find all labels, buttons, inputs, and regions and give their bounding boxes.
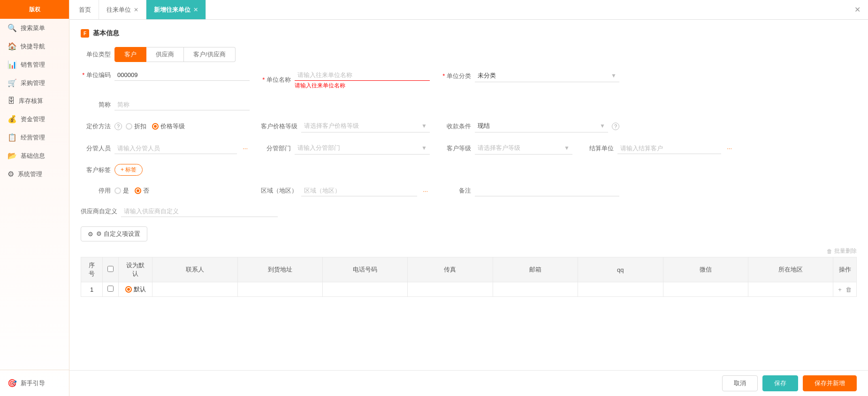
row-select-checkbox[interactable] [107,286,114,292]
row-region[interactable] [748,282,833,297]
remarks-field: 备注 [441,185,619,196]
chevron-down-icon: ▼ [564,145,570,151]
sidebar-item-basic-info[interactable]: 📂 基础信息 [0,147,69,165]
operations-icon: 📋 [8,133,17,142]
finance-icon: 💰 [8,115,17,124]
tab-close-all-button[interactable]: ✕ [849,5,866,14]
pricing-help-icon[interactable]: ? [114,123,122,130]
tab-counterparty[interactable]: 往来单位 ✕ [99,0,146,19]
customer-price-level-select[interactable]: 请选择客户价格等级 ▼ [301,120,430,132]
row-contact[interactable] [152,282,237,297]
sidebar-item-quick-nav[interactable]: 🏠 快捷导航 [0,37,69,55]
unit-type-buttons: 客户 供应商 客户/供应商 [114,47,236,62]
type-btn-supplier[interactable]: 供应商 [146,47,184,62]
tab-counterparty-close[interactable]: ✕ [134,7,138,13]
section-title: 基本信息 [93,29,119,38]
wechat-input[interactable] [668,286,743,293]
select-all-checkbox[interactable] [107,266,114,272]
row-fax[interactable] [408,282,493,297]
contact-input[interactable] [157,286,232,293]
col-phone: 电话号码 [322,257,407,282]
pricing-option-price-level[interactable]: 价格等级 [152,122,185,131]
pricing-row: 定价方法 ? 折扣 价格等级 客户价格等级 请选择客户价格等级 [81,120,857,132]
disabled-no[interactable]: 否 [135,186,149,195]
delete-row-button[interactable]: 🗑 [845,286,852,293]
payment-terms-help-icon[interactable]: ? [612,123,619,130]
row-email[interactable] [493,282,578,297]
sidebar-logo: 版权 [0,0,69,19]
add-row-button[interactable]: + [838,286,842,293]
main-content: 首页 往来单位 ✕ 新增往来单位 ✕ ✕ F 基本信息 单位类型 客户 供应商 … [69,0,868,396]
basic-info-icon: 📂 [8,151,17,160]
row-qq[interactable] [578,282,663,297]
cancel-button[interactable]: 取消 [722,375,758,391]
sidebar-item-label: 搜索菜单 [21,24,45,32]
sidebar-item-search[interactable]: 🔍 搜索菜单 [0,19,69,37]
radio-price-level [152,123,159,130]
pricing-option-discount[interactable]: 折扣 [126,122,146,131]
col-action: 操作 [833,257,857,282]
batch-delete-button[interactable]: 🗑 批量删除 [81,247,857,255]
chevron-down-icon: ▼ [421,123,427,129]
payment-terms-select[interactable]: 现结 ▼ [475,120,608,132]
col-checkbox[interactable] [103,257,119,282]
phone-input[interactable] [327,286,403,293]
form-footer: 取消 保存 保存并新增 [69,370,868,396]
unit-category-select[interactable]: 未分类 ▼ [475,70,619,82]
region-more-button[interactable]: ··· [421,187,430,194]
tab-home[interactable]: 首页 [71,0,99,19]
add-tag-button[interactable]: + 标签 [114,164,143,176]
col-email: 邮箱 [493,257,578,282]
sidebar-item-system[interactable]: ⚙ 系统管理 [0,165,69,183]
short-name-row: 简称 [81,99,857,110]
customer-level-select[interactable]: 请选择客户等级 ▼ [475,142,572,155]
save-and-new-button[interactable]: 保存并新增 [803,375,857,391]
address-input[interactable] [243,286,318,293]
sidebar-item-inventory[interactable]: 🗄 库存核算 [0,92,69,110]
default-radio[interactable] [125,286,132,293]
row-address[interactable] [237,282,322,297]
sidebar-item-label: 采购管理 [21,79,45,87]
type-btn-both[interactable]: 客户/供应商 [184,47,236,62]
unit-name-input[interactable] [295,70,430,81]
row-wechat[interactable] [663,282,748,297]
custom-settings-button[interactable]: ⚙ ⚙ 自定义项设置 [81,226,147,241]
sidebar-item-sales[interactable]: 📊 销售管理 [0,55,69,74]
disabled-yes[interactable]: 是 [114,186,129,195]
short-name-input[interactable] [114,99,250,110]
department-select[interactable]: 请输入分管部门 ▼ [295,142,430,155]
qq-input[interactable] [583,286,658,293]
disabled-radio: 是 否 [114,186,149,195]
tab-new-counterparty-close[interactable]: ✕ [193,7,198,13]
row-default[interactable]: 默认 [119,282,152,297]
payment-terms-label: 收款条件 [441,122,471,131]
save-button[interactable]: 保存 [762,375,798,391]
region-input[interactable] [301,185,417,196]
unit-code-input[interactable] [114,70,250,81]
section-icon: F [81,29,89,38]
row-phone[interactable] [322,282,407,297]
tab-new-counterparty[interactable]: 新增往来单位 ✕ [146,0,206,19]
fax-input[interactable] [412,286,487,293]
row-region-input[interactable] [753,286,828,293]
pricing-method-radio: 折扣 价格等级 [126,122,185,131]
settlement-unit-input[interactable] [617,143,721,154]
department-field: 分管部门 请输入分管部门 ▼ [261,142,430,155]
sidebar-item-finance[interactable]: 💰 资金管理 [0,110,69,128]
type-btn-customer[interactable]: 客户 [114,47,146,62]
inventory-icon: 🗄 [8,97,15,105]
manager-input[interactable] [114,143,237,154]
settlement-unit-more-button[interactable]: ··· [725,145,734,152]
supplier-custom-input[interactable] [121,206,278,217]
email-input[interactable] [498,286,573,293]
sidebar-item-operations[interactable]: 📋 经营管理 [0,128,69,147]
disabled-region-row: 停用 是 否 区域（地区） ··· [81,185,857,196]
pricing-method-field: 定价方法 ? 折扣 价格等级 [81,122,250,131]
manager-more-button[interactable]: ··· [241,145,250,152]
remarks-input[interactable] [475,185,619,196]
sidebar-item-purchase[interactable]: 🛒 采购管理 [0,74,69,92]
sidebar-item-guide[interactable]: 🎯 新手引导 [0,374,69,392]
row-checkbox[interactable] [103,282,119,297]
sidebar-item-label: 快捷导航 [21,42,45,51]
sidebar-item-label: 销售管理 [21,61,45,69]
